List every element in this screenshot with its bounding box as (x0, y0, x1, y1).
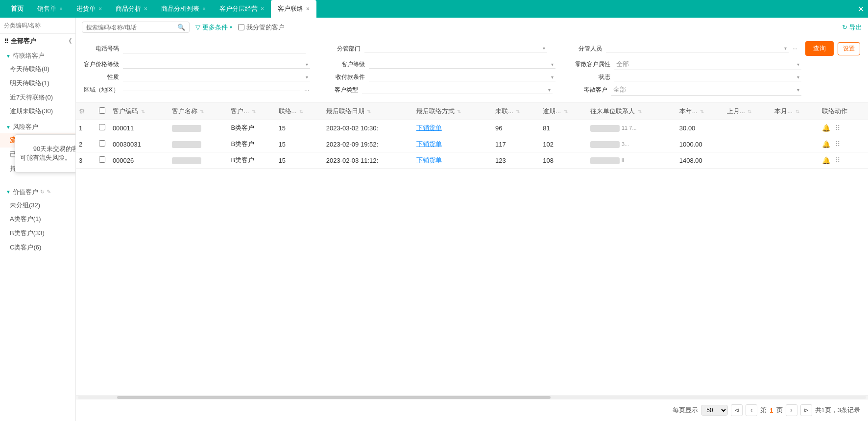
setting-button[interactable]: 设置 (838, 42, 860, 55)
settings-gear-icon[interactable]: ⚙ (79, 107, 85, 115)
sidebar-search-input[interactable] (4, 22, 76, 29)
tab-customer-contact[interactable]: 客户联络 × (271, 0, 316, 18)
my-customers-checkbox-label[interactable]: 我分管的客户 (238, 23, 285, 32)
row-action-grid-icon-2[interactable]: ⠿ (835, 140, 840, 148)
scroll-track (78, 396, 866, 399)
td-code-3: 000026 (110, 152, 169, 169)
sort-icon-this-month[interactable]: ⇅ (796, 109, 799, 114)
customer-type-select[interactable]: ▾ (362, 86, 552, 94)
nature-select[interactable]: ▾ (123, 74, 310, 81)
payment-terms-select[interactable]: ▾ (369, 74, 556, 81)
retail-customer-value: 全部 (613, 85, 626, 94)
horizontal-scrollbar[interactable] (76, 395, 868, 399)
sidebar-item-class-b[interactable]: B类客户(33) (0, 226, 75, 241)
sort-icon-method[interactable]: ⇅ (457, 109, 461, 114)
tab-analysis-list[interactable]: 商品分析列表 × (154, 0, 213, 18)
scroll-thumb[interactable] (117, 396, 551, 399)
manager-dots[interactable]: ··· (789, 45, 801, 52)
export-button[interactable]: ↻ 导出 (842, 23, 862, 32)
td-overdue-2: 102 (540, 136, 587, 152)
tab-customer-contact-close[interactable]: × (306, 5, 310, 12)
sort-icon-unit[interactable]: ⇅ (638, 109, 642, 114)
page-size-select[interactable]: 50 100 200 (701, 405, 728, 416)
row-checkbox-1[interactable] (99, 124, 105, 130)
prev-page-button[interactable]: ‹ (746, 404, 757, 416)
td-date-3: 2023-02-03 11:12: (323, 152, 413, 169)
tab-analysis-close[interactable]: × (144, 5, 147, 12)
row-action-contact-icon-2[interactable]: 🔔 (822, 140, 830, 148)
td-no-contact-3: 123 (492, 152, 540, 169)
customer-level-select[interactable]: ▾ (369, 61, 556, 69)
row-action-contact-icon-1[interactable]: 🔔 (822, 124, 830, 132)
td-method-2: 下销货单 (413, 136, 492, 152)
sidebar-item-class-c[interactable]: C类客户(6) (0, 241, 75, 255)
sidebar-item-overdue-pending[interactable]: 逾期未联络(30) (0, 104, 75, 119)
sidebar-item-today-pending[interactable]: 今天待联络(0) (0, 62, 75, 76)
tab-sales-close[interactable]: × (59, 5, 63, 12)
tab-sales[interactable]: 销售单 × (30, 0, 70, 18)
at-risk-label[interactable]: ▼ 风险客户 (0, 121, 75, 133)
row-action-grid-icon-1[interactable]: ⠿ (835, 124, 840, 132)
sort-icon-date[interactable]: ⇅ (367, 109, 371, 114)
more-conditions-button[interactable]: ▽ 更多条件 ▾ (195, 23, 232, 32)
sort-icon-contact[interactable]: ⇅ (299, 109, 303, 114)
sort-icon-level[interactable]: ⇅ (252, 109, 256, 114)
th-contact-count: 联络... ⇅ (276, 103, 323, 120)
row-checkbox-3[interactable] (99, 156, 105, 163)
sidebar-item-class-a[interactable]: A类客户(1) (0, 212, 75, 226)
close-all-button[interactable]: ✕ (858, 4, 864, 14)
region-dots[interactable]: ··· (300, 87, 313, 94)
sidebar-item-week-pending[interactable]: 近7天待联络(0) (0, 91, 75, 105)
search-input[interactable] (86, 24, 174, 31)
value-customers-label[interactable]: ▼ 价值客户 ↻ ✎ (0, 186, 75, 198)
method-link-3[interactable]: 下销货单 (416, 156, 442, 164)
tab-purchase-close[interactable]: × (98, 5, 102, 12)
phone-input[interactable] (123, 44, 306, 53)
select-all-checkbox[interactable] (99, 107, 105, 114)
td-level-2: B类客户 (228, 136, 275, 152)
query-button[interactable]: 查询 (805, 41, 834, 56)
first-page-button[interactable]: ⊲ (731, 404, 743, 416)
method-link-1[interactable]: 下销货单 (416, 124, 442, 131)
td-contact-1: 15 (276, 120, 323, 136)
filter-icon: ▽ (195, 24, 200, 31)
my-customers-checkbox[interactable] (238, 24, 244, 30)
sort-icon-code[interactable]: ⇅ (141, 109, 145, 114)
tab-customer-tier[interactable]: 客户分层经营 × (213, 0, 271, 18)
tab-bar: 首页 销售单 × 进货单 × 商品分析 × 商品分析列表 × 客户分层经营 × … (0, 0, 868, 18)
sidebar-item-unclassified[interactable]: 未分组(32) (0, 198, 75, 213)
td-index-2: 2 (76, 136, 95, 152)
tab-purchase[interactable]: 进货单 × (70, 0, 109, 18)
price-level-select[interactable]: ▾ (123, 61, 310, 69)
th-customer-code: 客户编码 ⇅ (110, 103, 169, 120)
all-customers-header[interactable]: ⠿ 全部客户 《 (0, 34, 75, 49)
status-select[interactable]: ▾ (614, 74, 801, 81)
method-link-2[interactable]: 下销货单 (416, 140, 442, 148)
value-edit-icon[interactable]: ✎ (47, 189, 51, 195)
sort-icon-last-month[interactable]: ⇅ (747, 109, 751, 114)
value-refresh-icon[interactable]: ↻ (40, 189, 45, 195)
sidebar-item-tomorrow-pending[interactable]: 明天待联络(1) (0, 76, 75, 91)
sort-icon-no-contact[interactable]: ⇅ (516, 109, 520, 114)
row-action-contact-icon-3[interactable]: 🔔 (822, 156, 830, 164)
next-page-button[interactable]: › (786, 404, 797, 416)
retail-attr-select[interactable]: 全部 ▾ (614, 59, 801, 70)
content-area: 🔍 ▽ 更多条件 ▾ 我分管的客户 ↻ 导出 (76, 18, 868, 421)
dept-select[interactable]: ▾ (364, 45, 547, 52)
tab-customer-tier-close[interactable]: × (261, 5, 264, 12)
manager-select[interactable]: ▾ (606, 45, 789, 52)
row-action-grid-icon-3[interactable]: ⠿ (835, 156, 840, 164)
tab-analysis-list-close[interactable]: × (202, 5, 206, 12)
retail-customer-select[interactable]: 全部 ▾ (611, 84, 801, 96)
sort-icon-overdue[interactable]: ⇅ (564, 109, 568, 114)
tab-analysis[interactable]: 商品分析 × (109, 0, 154, 18)
tab-home[interactable]: 首页 (4, 0, 30, 18)
pending-contact-label[interactable]: ▼ 待联络客户 (0, 50, 75, 62)
collapse-icon[interactable]: 《 (66, 37, 72, 46)
sort-icon-name[interactable]: ⇅ (200, 109, 204, 114)
row-checkbox-2[interactable] (99, 140, 105, 147)
customer-level-label: 客户等级 (330, 60, 369, 69)
sort-icon-year[interactable]: ⇅ (700, 109, 704, 114)
last-page-button[interactable]: ⊳ (800, 404, 812, 416)
filter-dept: 分管部门 ▾ (325, 45, 547, 53)
